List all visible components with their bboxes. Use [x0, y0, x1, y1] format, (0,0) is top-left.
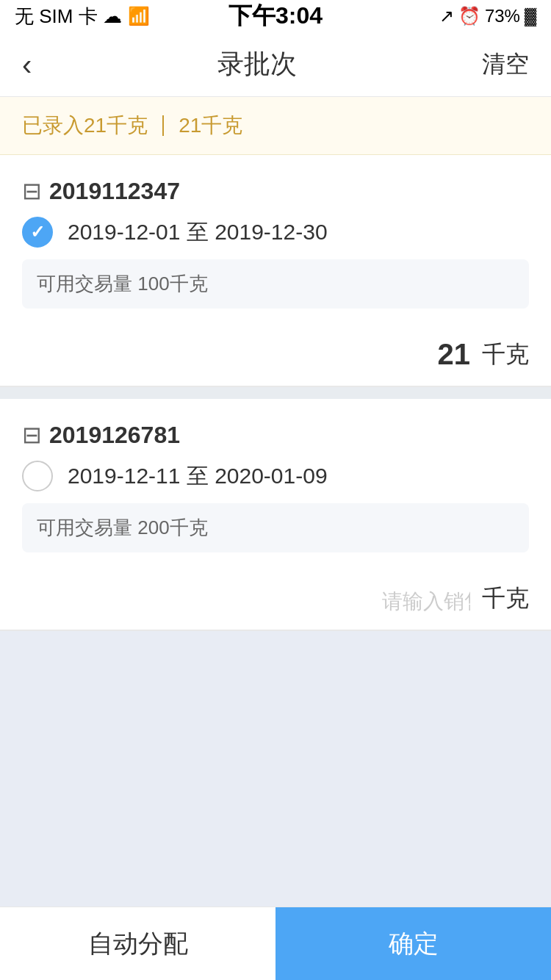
batch-header-2: ⊟ 2019126781: [22, 421, 529, 449]
batch-date-row-1: ✓ 2019-12-01 至 2019-12-30: [22, 217, 529, 248]
auto-distribute-button[interactable]: 自动分配: [0, 907, 276, 980]
qty-input-2[interactable]: [382, 582, 470, 615]
page-title: 录批次: [217, 46, 297, 82]
doc-icon-2: ⊟: [22, 421, 42, 449]
clear-button[interactable]: 清空: [482, 48, 529, 81]
status-left: 无 SIM 卡 ☁ 📶: [15, 4, 150, 29]
info-divider: [162, 115, 164, 136]
batch-date-1: 2019-12-01 至 2019-12-30: [68, 217, 328, 248]
status-time: 下午3:04: [228, 0, 323, 32]
status-bar: 无 SIM 卡 ☁ 📶 下午3:04 ↗ ⏰ 73% ▓: [0, 0, 551, 32]
doc-icon-1: ⊟: [22, 177, 42, 205]
location-icon: ↗: [439, 6, 454, 26]
batch-avail-2: 可用交易量 200千克: [22, 503, 529, 552]
batch-avail-1: 可用交易量 100千克: [22, 259, 529, 309]
empty-area: [0, 631, 551, 925]
batch-qty-row-2: 千克: [0, 567, 551, 631]
section-separator: [0, 387, 551, 399]
batch-card-2: ⊟ 2019126781 2019-12-11 至 2020-01-09 可用交…: [0, 399, 551, 631]
batch-header-1: ⊟ 2019112347: [22, 177, 529, 205]
batch-card-1: ⊟ 2019112347 ✓ 2019-12-01 至 2019-12-30 可…: [0, 155, 551, 387]
sim-label: 无 SIM 卡 ☁: [15, 4, 122, 29]
wifi-icon: 📶: [128, 6, 150, 26]
qty-input-1[interactable]: [382, 338, 470, 371]
batch-id-1: 2019112347: [49, 178, 180, 205]
back-button[interactable]: ‹: [22, 50, 32, 79]
battery-percent: 73%: [485, 6, 520, 26]
batch-qty-row-1: 千克: [0, 323, 551, 387]
confirm-button[interactable]: 确定: [276, 907, 551, 980]
check-icon-1: ✓: [30, 222, 45, 242]
info-banner: 已录入21千克 21千克: [0, 97, 551, 155]
battery-icon: ▓: [525, 7, 536, 26]
status-right: ↗ ⏰ 73% ▓: [439, 6, 536, 26]
recorded-value: 21千克: [179, 112, 242, 140]
radio-button-1[interactable]: ✓: [22, 217, 53, 248]
batch-date-2: 2019-12-11 至 2020-01-09: [68, 461, 328, 491]
content-area: ⊟ 2019112347 ✓ 2019-12-01 至 2019-12-30 可…: [0, 155, 551, 980]
batch-item-2: ⊟ 2019126781 2019-12-11 至 2020-01-09 可用交…: [0, 399, 551, 552]
nav-bar: ‹ 录批次 清空: [0, 32, 551, 97]
batch-date-row-2: 2019-12-11 至 2020-01-09: [22, 461, 529, 491]
radio-button-2[interactable]: [22, 461, 53, 491]
bottom-bar: 自动分配 确定: [0, 907, 551, 980]
qty-unit-1: 千克: [482, 339, 529, 371]
qty-unit-2: 千克: [482, 583, 529, 615]
batch-item-1: ⊟ 2019112347 ✓ 2019-12-01 至 2019-12-30 可…: [0, 155, 551, 309]
batch-id-2: 2019126781: [49, 422, 180, 449]
recorded-label: 已录入21千克: [22, 112, 148, 140]
alarm-icon: ⏰: [458, 6, 480, 26]
